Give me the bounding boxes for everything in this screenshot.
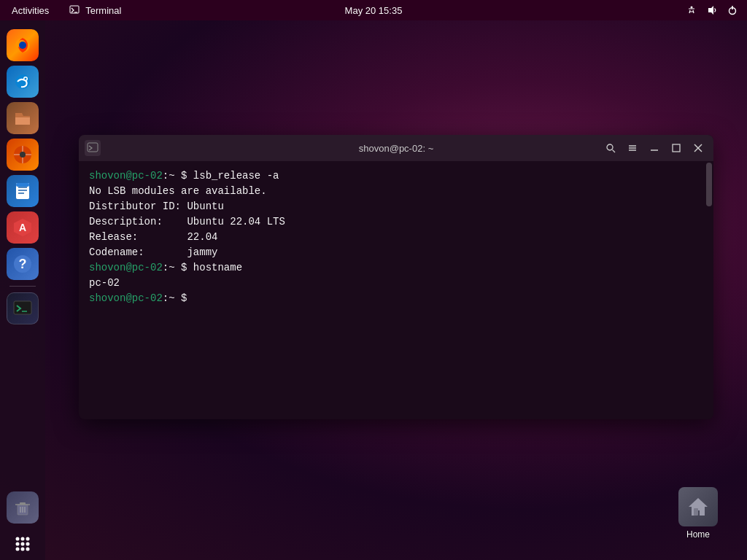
topbar-app-label: Terminal [85, 5, 121, 16]
menu-button[interactable] [623, 139, 642, 158]
svg-point-7 [19, 42, 26, 49]
activities-button[interactable]: Activities [0, 0, 61, 20]
topbar: Activities Terminal May 20 15:35 [0, 0, 747, 20]
grid-icon [12, 534, 33, 554]
svg-text:?: ? [19, 257, 27, 271]
svg-rect-17 [16, 183, 29, 187]
titlebar-buttons [601, 139, 708, 158]
embed-svg [87, 142, 98, 154]
svg-point-39 [607, 144, 613, 150]
system-keybinding-icon[interactable] [686, 4, 697, 16]
dock-icon-trash[interactable] [7, 491, 39, 524]
dock-icon-appstore[interactable]: A [7, 211, 39, 244]
terminal-embed-icon [85, 140, 101, 156]
topbar-app-menu[interactable]: Terminal [61, 0, 130, 20]
volume-icon[interactable] [706, 4, 718, 16]
svg-line-40 [613, 150, 616, 153]
svg-point-34 [26, 542, 30, 546]
minimize-button[interactable] [645, 139, 664, 158]
svg-text:A: A [19, 222, 26, 233]
svg-point-37 [26, 548, 30, 551]
titlebar-left [85, 140, 101, 156]
svg-rect-38 [88, 143, 98, 152]
maximize-button[interactable] [667, 139, 686, 158]
svg-rect-48 [694, 508, 698, 516]
svg-point-10 [25, 78, 27, 80]
terminal-output[interactable]: shovon@pc-02:~ $ lsb_release -a No LSB m… [79, 161, 705, 419]
writer-icon [12, 180, 34, 202]
terminal-titlebar: shovon@pc-02: ~ [79, 135, 713, 161]
dock-icon-files[interactable] [7, 102, 39, 134]
terminal-dock-icon [12, 298, 33, 319]
prompt-1: shovon@pc-02 [89, 170, 163, 182]
svg-point-29 [16, 537, 20, 541]
svg-point-30 [21, 537, 25, 541]
dock-icon-terminal[interactable] [7, 292, 39, 324]
trash-icon [12, 497, 33, 518]
activities-label: Activities [12, 5, 49, 16]
terminal-scrollbar[interactable] [705, 161, 713, 419]
home-folder-icon [678, 487, 718, 526]
help-icon: ? [12, 253, 34, 275]
dock-divider [9, 286, 36, 287]
svg-point-35 [16, 548, 20, 551]
terminal-content-area: shovon@pc-02:~ $ lsb_release -a No LSB m… [79, 161, 713, 419]
terminal-title: shovon@pc-02: ~ [359, 143, 433, 154]
scrollbar-thumb [706, 163, 712, 206]
svg-point-36 [21, 548, 25, 551]
dock-icon-help[interactable]: ? [7, 248, 39, 280]
appstore-icon: A [12, 217, 34, 238]
accessibility-icon [686, 4, 697, 16]
prompt-2: shovon@pc-02 [89, 262, 163, 273]
close-button[interactable] [689, 139, 708, 158]
dock-icon-firefox[interactable] [7, 29, 39, 61]
dock: A ? [0, 20, 45, 560]
svg-rect-45 [673, 144, 680, 152]
search-button[interactable] [601, 139, 620, 158]
home-label: Home [686, 529, 710, 540]
svg-rect-25 [20, 502, 26, 505]
svg-point-32 [16, 542, 20, 546]
dock-icon-show-apps[interactable] [7, 528, 39, 560]
thunderbird-icon [12, 71, 34, 93]
prompt-3: shovon@pc-02 [89, 292, 163, 304]
svg-rect-21 [14, 301, 31, 314]
desktop-home[interactable]: Home [678, 487, 718, 540]
svg-point-12 [20, 152, 26, 158]
svg-point-2 [691, 7, 693, 9]
power-icon[interactable] [727, 4, 738, 16]
topbar-right [686, 4, 747, 16]
svg-marker-3 [708, 6, 713, 15]
dock-icon-writer[interactable] [7, 175, 39, 207]
terminal-icon-small [69, 5, 80, 15]
topbar-datetime: May 20 15:35 [345, 5, 403, 16]
svg-point-31 [26, 537, 30, 541]
dock-icon-rhythmbox[interactable] [7, 139, 39, 171]
firefox-icon [12, 34, 34, 56]
terminal-window: shovon@pc-02: ~ [79, 135, 713, 419]
dock-icon-thunderbird[interactable] [7, 66, 39, 98]
svg-point-33 [21, 542, 25, 546]
rhythmbox-icon [12, 144, 34, 166]
files-icon [12, 107, 34, 129]
topbar-left: Activities Terminal [0, 0, 130, 20]
